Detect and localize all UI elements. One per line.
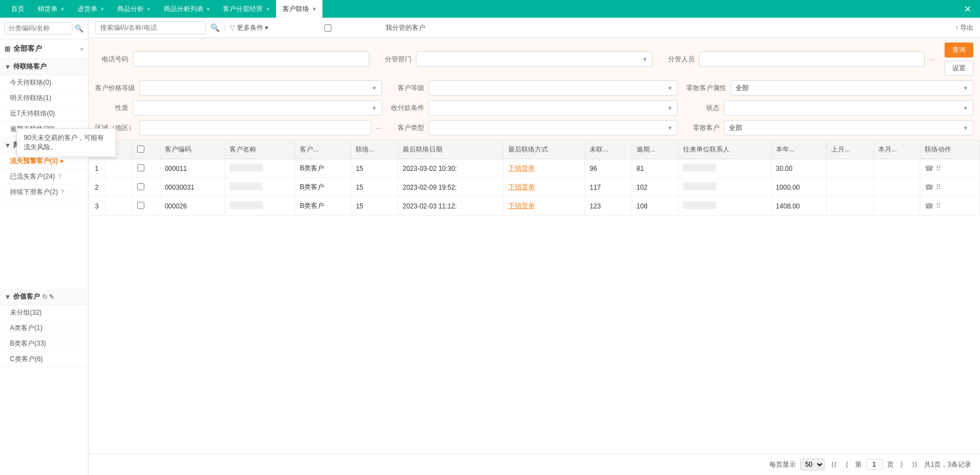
zero-retail-attr-select[interactable]: 全部 ▼ [731,80,973,96]
first-page-btn[interactable]: ⟨⟨ [829,460,839,469]
close-tab-purchase-icon[interactable]: × [101,6,104,12]
per-page-select[interactable]: 50 [800,458,825,471]
sidebar-all-customers[interactable]: ⊞ 全部客户 « [0,39,88,59]
sidebar-group-valued-customers[interactable]: ▼ 价值客户 ↻ ✎ [0,289,88,305]
tab-home[interactable]: 首页 [4,0,31,18]
row-settings-0 [105,159,133,178]
sidebar-item-ungrouped[interactable]: 未分组(32) [0,305,88,321]
last-page-btn[interactable]: ⟩⟩ [910,460,920,469]
tab-customer-tier-label: 客户分层经营 [223,4,263,14]
close-tab-sales-icon[interactable]: × [61,6,64,12]
action-contact-icon[interactable]: ☎ [925,202,934,210]
row-last-contact-method-1[interactable]: 下销货单 [503,178,585,197]
my-customers-checkbox[interactable] [273,24,383,32]
price-level-select[interactable]: ▼ [139,80,382,96]
manager-more-icon[interactable]: ··· [929,55,936,64]
dept-dropdown-icon: ▼ [642,56,648,62]
close-tab-customer-contact-icon[interactable]: × [312,6,316,12]
settings-button[interactable]: 设置 [945,61,973,76]
tab-purchase[interactable]: 进货单 × [71,0,111,18]
close-tab-product-analysis-list-icon[interactable]: × [207,6,210,12]
tab-product-analysis-list[interactable]: 商品分析列表 × [157,0,217,18]
row-select-checkbox[interactable] [137,164,144,171]
row-contact-2: 15 [351,197,398,216]
phone-input[interactable] [133,51,369,67]
my-customers-checkbox-label[interactable]: 我分管的客户 [273,23,425,33]
advanced-filter-panel: 电话号码 分管部门 ▼ 分管人员 ··· 查询 设置 [88,38,980,140]
filter-bar: 🔍 | ▽ 更多条件 ▾ 我分管的客户 ↑ 导出 [88,18,980,38]
customer-type-select[interactable]: ▼ [429,120,678,135]
tab-customer-contact[interactable]: 客户联络 × [276,0,322,18]
tab-customer-tier[interactable]: 客户分层经营 × [216,0,276,18]
select-all-checkbox[interactable] [137,145,144,153]
action-more-icon[interactable]: ⠿ [936,183,941,191]
row-settings-1 [105,178,133,197]
region-more-icon[interactable]: ··· [376,123,382,132]
filter-price-level: 客户价格等级 ▼ [95,80,382,96]
row-actions-2: ☎ ⠿ [920,197,980,216]
filter-customer-type: 客户类型 ▼ [391,120,678,135]
payment-select[interactable]: ▼ [429,100,678,116]
status-dropdown-icon: ▼ [963,105,968,111]
app-close-button[interactable]: ✕ [960,4,976,14]
next-page-btn[interactable]: ⟩ [898,460,905,469]
row-select-checkbox[interactable] [137,202,144,209]
row-overdue-0: 81 [632,159,679,178]
sidebar-item-today[interactable]: 今天待联络(0) [0,75,88,91]
row-last-month-1 [826,178,873,197]
row-code-1: 00030031 [160,178,225,197]
sidebar-search-input[interactable] [4,22,72,34]
action-more-icon[interactable]: ⠿ [936,164,941,173]
action-contact-icon[interactable]: ☎ [925,164,934,173]
close-tab-product-analysis-icon[interactable]: × [147,6,150,12]
filter-search-icon[interactable]: 🔍 [210,23,220,32]
filter-row-2: 客户价格等级 ▼ 客户等级 ▼ 零散客户属性 全部 [95,80,973,96]
status-select[interactable]: ▼ [724,100,973,116]
row-last-contact-method-2[interactable]: 下销货单 [503,197,585,216]
row-select-checkbox[interactable] [137,183,144,190]
prev-page-btn[interactable]: ⟨ [843,460,851,469]
row-last-contact-method-0[interactable]: 下销货单 [503,159,585,178]
expand-arrow-lost-icon: ▼ [4,142,11,149]
query-button[interactable]: 查询 [945,43,973,58]
search-input[interactable] [95,21,206,34]
nature-dropdown-icon: ▼ [372,105,377,111]
sidebar-item-tomorrow[interactable]: 明天待联络(1) [0,91,88,106]
tab-customer-contact-label: 客户联络 [283,4,309,14]
sidebar-item-lost[interactable]: 已流失客户(24) ? [0,169,88,185]
customer-level-select[interactable]: ▼ [429,80,678,96]
edit-icon[interactable]: ✎ [49,293,54,301]
tab-product-analysis[interactable]: 商品分析 × [111,0,157,18]
sidebar-item-b-class[interactable]: B类客户(33) [0,336,88,352]
row-current-year-1: 1000.00 [771,178,826,197]
dept-select[interactable]: ▼ [416,51,653,67]
sidebar-item-week[interactable]: 近7天待联络(0) [0,106,88,122]
region-input[interactable] [139,120,371,135]
close-tab-customer-tier-icon[interactable]: × [266,6,269,12]
sidebar-item-downtrend[interactable]: 持续下滑客户(2) ? [0,185,88,200]
group-pending-contact-label: 待联络客户 [13,62,46,71]
tooltip-popup: 90天未交易的客户，可能有流失风险。 [17,128,88,157]
page-number-input[interactable] [866,459,883,470]
export-btn[interactable]: ↑ 导出 [955,23,973,33]
action-contact-icon[interactable]: ☎ [925,183,934,191]
nature-select[interactable]: ▼ [133,100,382,116]
th-checkbox [133,140,160,159]
sidebar-item-c-class[interactable]: C类客户(6) [0,352,88,367]
expand-arrow-icon: ▼ [4,63,11,71]
refresh-icon[interactable]: ↻ [42,293,48,301]
action-more-icon[interactable]: ⠿ [936,202,941,210]
row-name-0 [225,159,295,178]
row-overdue-2: 108 [632,197,679,216]
customer-level-dropdown-icon: ▼ [667,85,673,91]
manager-input[interactable] [699,51,925,67]
tab-sales[interactable]: 销货单 × [31,0,71,18]
sidebar-group-pending-contact[interactable]: ▼ 待联络客户 [0,59,88,75]
row-no-contact-2: 123 [585,197,632,216]
filter-status: 状态 ▼ [686,100,973,116]
row-code-0: 000011 [160,159,225,178]
zero-retail-select[interactable]: 全部 ▼ [724,120,973,135]
sidebar-item-a-class[interactable]: A类客户(1) [0,321,88,336]
payment-dropdown-icon: ▼ [667,105,673,111]
more-conditions-btn[interactable]: ▽ 更多条件 ▾ [230,23,268,33]
